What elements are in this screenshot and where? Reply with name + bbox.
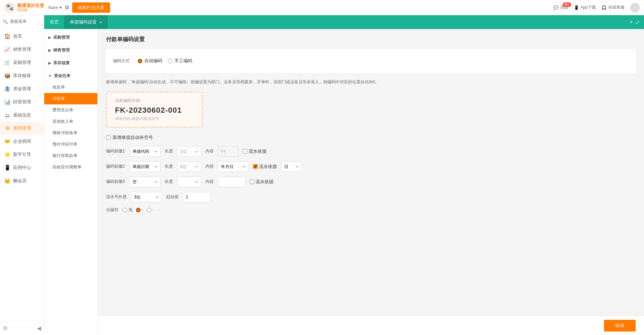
prefix3-row: 编码前缀3 空 单据代码 单据日期 部门 业务员 长度 内容 — [106, 177, 636, 187]
preview-code: FK-20230602-001 — [115, 106, 194, 115]
separator-other-radio[interactable] — [147, 208, 151, 212]
prefix3-watermark-row[interactable]: 流水依据 — [250, 179, 273, 185]
sidebar-item-newguide[interactable]: 🌟 新手引导 — [0, 148, 44, 161]
serial-start-input[interactable] — [183, 192, 210, 202]
inventory-icon: 📦 — [4, 73, 10, 79]
serial-start-label: 起始值 — [166, 194, 179, 200]
prefix2-watermark-row[interactable]: 流水依据 — [253, 164, 277, 170]
separator-dot-label[interactable]: - — [136, 207, 143, 212]
tab-maximize-btn[interactable]: ⤢ — [635, 19, 640, 26]
tab-current[interactable]: 单据编码设置 × — [64, 15, 108, 29]
auto-encoding-radio[interactable] — [138, 59, 142, 63]
enterprise-icon: 🤝 — [4, 138, 10, 145]
prefix1-select[interactable]: 单据代码 单据日期 部门 业务员 空 — [129, 146, 161, 157]
logo-sub: 招品版 — [17, 8, 44, 12]
sub-nav-item-adjustment[interactable]: 应收应付调整单 — [44, 161, 97, 173]
sub-nav-item-pre-payment[interactable]: 预付冲应付单 — [44, 139, 97, 150]
sidebar-bottom: ⚙ ◀ — [0, 321, 44, 335]
sidebar-item-sales[interactable]: 📈 销售管理 — [0, 43, 44, 56]
member-icon: 👑 — [4, 178, 10, 184]
prefix1-row: 编码前缀1 单据代码 单据日期 部门 业务员 空 长度 2位 内容 — [106, 146, 636, 157]
auto-fill-row: 新增单据自动补空号 — [106, 134, 636, 141]
separator-dot-text: - — [142, 207, 143, 212]
manual-encoding-text: 手工编码 — [174, 58, 192, 64]
sub-nav-header-sales[interactable]: ▶ 销售管理 — [44, 45, 97, 56]
separator-none-radio[interactable] — [123, 208, 127, 212]
sidebar-item-operations[interactable]: 📊 经营管理 — [0, 95, 44, 109]
app-layout: 🔍 搜索菜单 🏠 首页 📈 销售管理 🛒 采购管理 📦 库存核算 🏦 — [0, 15, 644, 335]
user-avatar[interactable] — [630, 3, 640, 12]
app-download-item[interactable]: 📱 App下载 — [574, 4, 596, 10]
prefix3-watermark-checkbox[interactable] — [250, 179, 254, 184]
prefix2-watermark-checkbox[interactable] — [253, 164, 258, 169]
sidebar-settings-icon[interactable]: ⚙ — [3, 325, 8, 332]
tab-close-icon[interactable]: × — [99, 19, 102, 25]
tab-close-btn[interactable]: × — [629, 19, 633, 25]
prefix2-select[interactable]: 单据日期 单据代码 部门 业务员 空 — [129, 161, 161, 172]
prefix2-period-select[interactable]: 日 月 年 — [281, 161, 302, 172]
sidebar-item-purchase[interactable]: 🛒 采购管理 — [0, 56, 44, 69]
sub-nav-header-inventory[interactable]: ▶ 库存核算 — [44, 57, 97, 69]
separator-dot-radio[interactable] — [136, 208, 141, 212]
online-service-item[interactable]: 🎧 在线客服 — [602, 4, 625, 10]
sub-nav-item-other-income[interactable]: 其他收入单 — [44, 116, 97, 127]
messages-item[interactable]: 💬 消息 99+ — [554, 4, 568, 10]
separator-label: 分隔符 — [106, 207, 118, 213]
prefix2-length-select[interactable]: 8位 — [177, 161, 201, 172]
manual-encoding-label[interactable]: 手工编码 — [168, 58, 192, 64]
sub-nav-group-label: 销售管理 — [53, 47, 70, 53]
prefix3-content-input[interactable] — [218, 177, 246, 187]
sidebar-item-home[interactable]: 🏠 首页 — [0, 30, 44, 43]
sidebar-item-basics[interactable]: 🗂 基础信息 — [0, 109, 44, 122]
sidebar-item-apps[interactable]: 📱 应用中心 — [0, 161, 44, 174]
sidebar-search[interactable]: 🔍 搜索菜单 — [0, 15, 44, 28]
sidebar-item-label: 经营管理 — [13, 99, 31, 105]
sidebar-item-label: 基础信息 — [13, 112, 31, 118]
sidebar-item-member[interactable]: 👑 畅会员 — [0, 174, 44, 187]
auto-encoding-label[interactable]: 自动编码 — [138, 58, 162, 64]
sub-nav-item-receipt[interactable]: 收款单 — [44, 82, 97, 93]
prefix1-label: 编码前缀1 — [106, 148, 125, 154]
sidebar-collapse-icon[interactable]: ◀ — [37, 325, 41, 332]
prefix2-content-select[interactable]: 年月日 年月 年 — [218, 161, 249, 172]
sub-nav-item-pre-receipt[interactable]: 预收冲应收单 — [44, 127, 97, 139]
separator-other-label[interactable]: · — [147, 207, 154, 212]
sub-nav-header-finance[interactable]: ▼ 资金往来 — [44, 70, 97, 82]
sidebar-item-inventory[interactable]: 📦 库存核算 — [0, 69, 44, 82]
serial-length-label: 流水号长度 — [106, 194, 127, 200]
save-button[interactable]: 保存 — [604, 320, 636, 332]
prefix3-content-label: 内容 — [205, 179, 214, 185]
tab-home[interactable]: 首页 — [44, 15, 64, 29]
logo-area: 🐾 畅通道好生意 招品版 — [4, 2, 46, 13]
sidebar-item-label: 新手引导 — [13, 151, 31, 158]
page-title: 付款单编码设置 — [106, 36, 636, 43]
prefix1-watermark-row[interactable]: 流水依据 — [243, 148, 267, 155]
settings-icon[interactable]: ⚙ — [65, 4, 69, 11]
prefix3-select[interactable]: 空 单据代码 单据日期 部门 业务员 — [129, 177, 161, 187]
sidebar-item-label: 应用中心 — [13, 165, 31, 171]
prefix1-content-input[interactable] — [218, 146, 239, 157]
auto-fill-checkbox[interactable] — [106, 135, 110, 140]
sub-nav-item-expense[interactable]: 费用支出单 — [44, 104, 97, 116]
prefix3-length-select[interactable] — [177, 177, 201, 187]
sidebar-item-finance[interactable]: 🏦 资金管理 — [0, 82, 44, 95]
auto-encoding-text: 自动编码 — [144, 58, 162, 64]
sidebar-item-label: 系统管理 — [13, 125, 31, 131]
sub-nav-header-purchase[interactable]: ▶ 采购管理 — [44, 32, 97, 43]
sidebar-item-system[interactable]: ⚙ 系统管理 — [0, 122, 44, 135]
prefix1-length-select[interactable]: 2位 — [177, 146, 201, 157]
sub-nav-item-bank[interactable]: 银行存取款单 — [44, 150, 97, 161]
nav-dropdown[interactable]: Nare ▾ — [48, 5, 62, 10]
sidebar-item-enterprise[interactable]: 🤝 企业协同 — [0, 135, 44, 148]
trial-button[interactable]: 体验行业方案 — [72, 2, 110, 13]
manual-encoding-radio[interactable] — [168, 59, 172, 63]
preview-desc: 单据代码-单据日期-流水号 — [115, 116, 194, 121]
separator-none-label[interactable]: 无 — [123, 207, 133, 213]
prefix1-watermark-label: 流水依据 — [249, 148, 267, 155]
apps-icon: 📱 — [4, 165, 10, 171]
serial-length-select[interactable]: 3位 4位 5位 6位 — [131, 192, 162, 202]
prefix1-watermark-checkbox[interactable] — [243, 149, 247, 153]
sub-nav-item-payment[interactable]: 付款单 — [44, 93, 97, 104]
chevron-down-icon: ▾ — [59, 5, 62, 10]
system-icon: ⚙ — [4, 125, 10, 131]
